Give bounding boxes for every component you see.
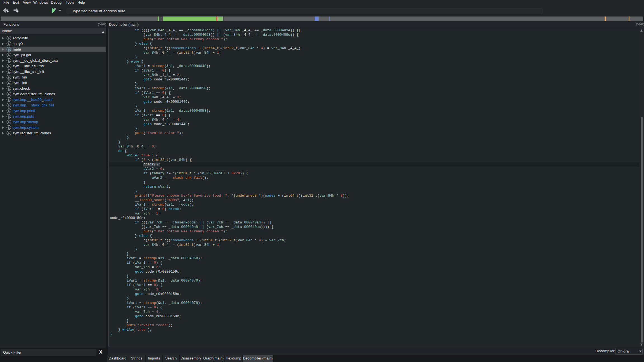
svg-text:x: x (9, 94, 10, 96)
svg-text:i: i (9, 122, 9, 123)
svg-text:x: x (9, 77, 10, 79)
svg-text:x: x (9, 60, 10, 62)
svg-text:x: x (9, 38, 10, 40)
svg-text:i: i (9, 105, 9, 107)
svg-text:i: i (9, 127, 9, 129)
svg-text:x: x (9, 54, 10, 56)
svg-text:i: i (9, 116, 9, 118)
svg-text:i: i (9, 99, 9, 101)
svg-text:x: x (9, 71, 10, 73)
svg-text:x: x (9, 82, 10, 84)
svg-text:i: i (9, 110, 9, 112)
svg-text:x: x (9, 88, 10, 90)
svg-text:x: x (9, 66, 10, 68)
svg-text:x: x (9, 43, 10, 45)
svg-text:x: x (9, 133, 10, 135)
svg-text:D: D (54, 8, 56, 10)
svg-text:m: m (9, 49, 11, 51)
